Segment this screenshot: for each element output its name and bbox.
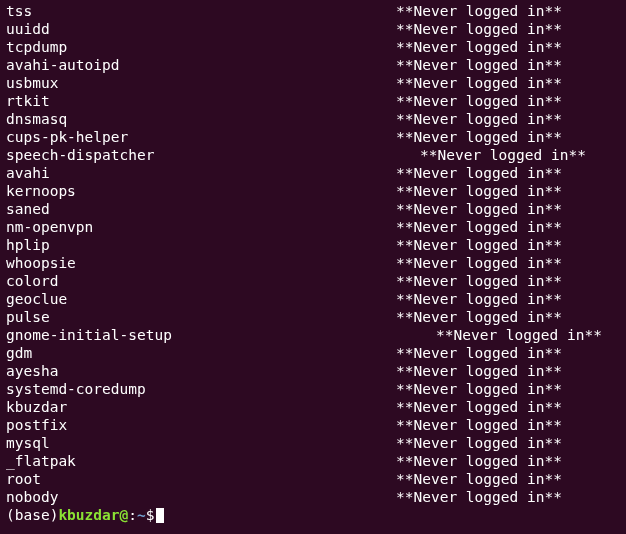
user-entry-row: nobody**Never logged in** (6, 488, 620, 506)
prompt-path-sep: : (128, 506, 137, 524)
login-status-cell: **Never logged in** (396, 38, 562, 56)
user-entry-row: saned**Never logged in** (6, 200, 620, 218)
username-cell: dnsmasq (6, 110, 396, 128)
username-cell: nm-openvpn (6, 218, 396, 236)
user-entry-row: speech-dispatcher**Never logged in** (6, 146, 620, 164)
login-status-cell: **Never logged in** (396, 308, 562, 326)
username-cell: avahi (6, 164, 396, 182)
user-entry-row: kbuzdar**Never logged in** (6, 398, 620, 416)
login-status-cell: **Never logged in** (396, 416, 562, 434)
user-entry-row: whoopsie**Never logged in** (6, 254, 620, 272)
login-status-cell: **Never logged in** (396, 110, 562, 128)
username-cell: root (6, 470, 396, 488)
prompt-user: kbuzdar@ (58, 506, 128, 524)
login-status-cell: **Never logged in** (396, 236, 562, 254)
username-cell: usbmux (6, 74, 396, 92)
user-entry-row: tcpdump**Never logged in** (6, 38, 620, 56)
user-entry-row: tss**Never logged in** (6, 2, 620, 20)
user-entry-row: hplip**Never logged in** (6, 236, 620, 254)
login-status-cell: **Never logged in** (396, 488, 562, 506)
username-cell: tss (6, 2, 396, 20)
login-status-cell: **Never logged in** (396, 398, 562, 416)
user-entry-row: geoclue**Never logged in** (6, 290, 620, 308)
username-cell: rtkit (6, 92, 396, 110)
username-cell: hplip (6, 236, 396, 254)
login-status-cell: **Never logged in** (396, 92, 562, 110)
username-cell: uuidd (6, 20, 396, 38)
user-entry-row: avahi**Never logged in** (6, 164, 620, 182)
user-entry-row: _flatpak**Never logged in** (6, 452, 620, 470)
login-status-cell: **Never logged in** (396, 380, 562, 398)
login-status-cell: **Never logged in** (396, 470, 562, 488)
user-entry-row: nm-openvpn**Never logged in** (6, 218, 620, 236)
prompt-line[interactable]: (base) kbuzdar@ : ~ $ (6, 506, 620, 524)
username-cell: colord (6, 272, 396, 290)
user-entry-row: gnome-initial-setup**Never logged in** (6, 326, 620, 344)
login-status-cell: **Never logged in** (396, 2, 562, 20)
user-entry-row: dnsmasq**Never logged in** (6, 110, 620, 128)
login-status-cell: **Never logged in** (396, 20, 562, 38)
user-entry-row: gdm**Never logged in** (6, 344, 620, 362)
user-entry-row: ayesha**Never logged in** (6, 362, 620, 380)
username-cell: kernoops (6, 182, 396, 200)
username-cell: tcpdump (6, 38, 396, 56)
username-cell: saned (6, 200, 396, 218)
username-cell: ayesha (6, 362, 396, 380)
username-cell: mysql (6, 434, 396, 452)
username-cell: postfix (6, 416, 396, 434)
user-entry-row: usbmux**Never logged in** (6, 74, 620, 92)
login-status-cell: **Never logged in** (396, 164, 562, 182)
login-status-cell: **Never logged in** (396, 452, 562, 470)
user-entry-row: mysql**Never logged in** (6, 434, 620, 452)
login-status-cell: **Never logged in** (396, 128, 562, 146)
prompt-env: (base) (6, 506, 58, 524)
user-entry-row: pulse**Never logged in** (6, 308, 620, 326)
username-cell: pulse (6, 308, 396, 326)
login-status-cell: **Never logged in** (420, 146, 586, 164)
username-cell: kbuzdar (6, 398, 396, 416)
user-entry-row: kernoops**Never logged in** (6, 182, 620, 200)
user-entry-row: cups-pk-helper**Never logged in** (6, 128, 620, 146)
login-status-cell: **Never logged in** (396, 182, 562, 200)
cursor-icon (156, 508, 164, 523)
login-status-cell: **Never logged in** (396, 218, 562, 236)
login-status-cell: **Never logged in** (396, 200, 562, 218)
prompt-end: $ (146, 506, 155, 524)
login-status-cell: **Never logged in** (396, 254, 562, 272)
login-status-cell: **Never logged in** (396, 74, 562, 92)
user-entry-row: uuidd**Never logged in** (6, 20, 620, 38)
user-entry-row: avahi-autoipd**Never logged in** (6, 56, 620, 74)
username-cell: systemd-coredump (6, 380, 396, 398)
username-cell: _flatpak (6, 452, 396, 470)
username-cell: whoopsie (6, 254, 396, 272)
username-cell: speech-dispatcher (6, 146, 420, 164)
username-cell: avahi-autoipd (6, 56, 396, 74)
login-status-cell: **Never logged in** (396, 434, 562, 452)
prompt-path: ~ (137, 506, 146, 524)
login-status-cell: **Never logged in** (396, 290, 562, 308)
user-entry-row: rtkit**Never logged in** (6, 92, 620, 110)
login-status-cell: **Never logged in** (396, 56, 562, 74)
login-status-cell: **Never logged in** (396, 362, 562, 380)
login-status-cell: **Never logged in** (436, 326, 602, 344)
username-cell: geoclue (6, 290, 396, 308)
user-entry-row: systemd-coredump**Never logged in** (6, 380, 620, 398)
username-cell: cups-pk-helper (6, 128, 396, 146)
username-cell: gdm (6, 344, 396, 362)
user-entry-row: root**Never logged in** (6, 470, 620, 488)
username-cell: gnome-initial-setup (6, 326, 436, 344)
user-entry-row: colord**Never logged in** (6, 272, 620, 290)
user-entry-row: postfix**Never logged in** (6, 416, 620, 434)
login-status-cell: **Never logged in** (396, 344, 562, 362)
username-cell: nobody (6, 488, 396, 506)
login-status-cell: **Never logged in** (396, 272, 562, 290)
terminal-output[interactable]: tss**Never logged in**uuidd**Never logge… (6, 2, 620, 506)
